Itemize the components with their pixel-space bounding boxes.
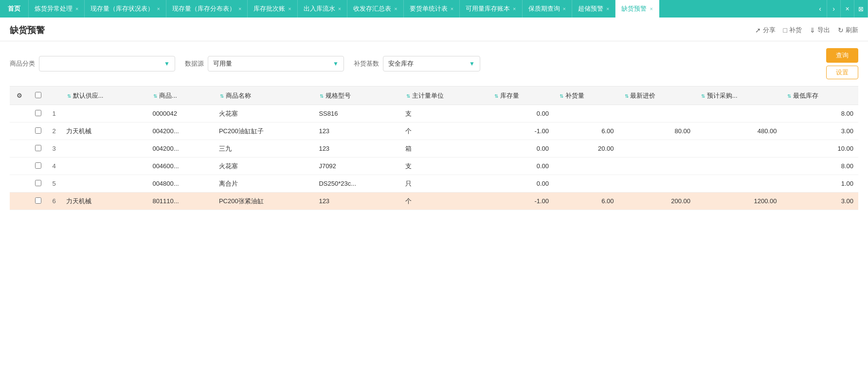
- tab-in-out-flow[interactable]: 出入库流水 ×: [298, 0, 347, 18]
- tab-next-button[interactable]: ›: [827, 0, 841, 18]
- page-title: 缺货预警: [10, 24, 45, 36]
- replenish-base-select[interactable]: 安全库存 ▼: [383, 56, 480, 71]
- share-icon: ➚: [755, 26, 761, 34]
- close-icon[interactable]: ×: [394, 6, 397, 12]
- tab-close-all-button[interactable]: ⊠: [854, 0, 868, 18]
- row-gear-cell: [10, 105, 29, 123]
- row-replenish-qty: 6.00: [554, 193, 619, 210]
- tab-expiry-query[interactable]: 保质期查询 ×: [523, 0, 572, 18]
- sort-icon[interactable]: ⇅: [560, 93, 563, 99]
- row-checkbox-cell[interactable]: [29, 193, 47, 210]
- tab-overstock-warning[interactable]: 超储预警 ×: [572, 0, 615, 18]
- gear-icon[interactable]: ⚙: [17, 92, 22, 99]
- query-button[interactable]: 查询: [826, 48, 858, 63]
- sort-icon[interactable]: ⇅: [67, 93, 71, 99]
- sort-icon[interactable]: ⇅: [320, 93, 324, 99]
- row-inventory: 0.00: [488, 105, 554, 123]
- table-row: 5 004800... 离合片 DS250*23c... 只 0.00 1.00: [10, 175, 858, 193]
- row-inventory: -1.00: [488, 193, 554, 210]
- row-checkbox[interactable]: [35, 180, 41, 186]
- row-checkbox-cell[interactable]: [29, 175, 47, 193]
- row-estimated-purchase: [695, 140, 781, 158]
- close-icon[interactable]: ×: [513, 6, 516, 12]
- row-checkbox-cell[interactable]: [29, 140, 47, 158]
- row-default-supplier: [61, 175, 147, 193]
- settings-button[interactable]: 设置: [826, 66, 858, 79]
- row-product-code: 004200...: [147, 140, 214, 158]
- row-checkbox-cell[interactable]: [29, 158, 47, 175]
- row-number: 5: [47, 175, 61, 193]
- tab-demand-stats[interactable]: 要货单统计表 ×: [404, 0, 460, 18]
- datasource-select[interactable]: 可用量 ▼: [208, 56, 344, 71]
- tab-home[interactable]: 首页: [0, 0, 29, 18]
- replenish-base-value: 安全库存: [388, 59, 414, 68]
- row-min-stock: 3.00: [781, 193, 858, 210]
- close-icon[interactable]: ×: [563, 6, 566, 12]
- column-gear[interactable]: ⚙: [10, 87, 29, 105]
- close-icon[interactable]: ×: [157, 6, 160, 12]
- share-button[interactable]: ➚ 分享: [755, 26, 776, 35]
- close-icon[interactable]: ×: [238, 6, 241, 12]
- sort-icon[interactable]: ⇅: [220, 93, 224, 99]
- close-icon[interactable]: ×: [75, 6, 78, 12]
- sort-icon[interactable]: ⇅: [153, 93, 157, 99]
- row-unit: 只: [400, 175, 488, 193]
- replenish-button[interactable]: □ 补货: [783, 26, 802, 35]
- tab-navigation: ‹ › × ⊠: [814, 0, 868, 18]
- column-inventory: ⇅ 库存量: [488, 87, 554, 105]
- tab-inventory-status[interactable]: 现存量（库存状况表） ×: [85, 0, 166, 18]
- tab-batch-account[interactable]: 库存批次账 ×: [248, 0, 297, 18]
- sort-icon[interactable]: ⇅: [701, 93, 705, 99]
- tab-receive-summary[interactable]: 收发存汇总表 ×: [347, 0, 403, 18]
- row-checkbox[interactable]: [35, 127, 41, 134]
- row-product-name: 火花塞: [214, 105, 314, 123]
- row-checkbox-cell[interactable]: [29, 105, 47, 123]
- sort-icon[interactable]: ⇅: [494, 93, 498, 99]
- replenish-icon: □: [783, 26, 787, 34]
- row-latest-price: [619, 105, 695, 123]
- tab-close-button[interactable]: ×: [841, 0, 854, 18]
- row-checkbox[interactable]: [35, 162, 41, 169]
- row-checkbox[interactable]: [35, 145, 41, 151]
- close-icon[interactable]: ×: [650, 6, 652, 12]
- tab-inventory-dist[interactable]: 现存量（库存分布表） ×: [166, 0, 248, 18]
- table-header-row: ⚙ ⇅ 默认供应... ⇅ 商品... ⇅: [10, 87, 858, 105]
- sort-icon[interactable]: ⇅: [787, 93, 791, 99]
- table-body: 1 0000042 火花塞 SS816 支 0.00 8.00 2 力天机械 0…: [10, 105, 858, 210]
- tab-prev-button[interactable]: ‹: [814, 0, 827, 18]
- close-icon[interactable]: ×: [338, 6, 341, 12]
- row-gear-cell: [10, 175, 29, 193]
- row-min-stock: 1.00: [781, 175, 858, 193]
- tab-available-ledger[interactable]: 可用量库存账本 ×: [460, 0, 522, 18]
- select-all-checkbox[interactable]: [35, 92, 41, 98]
- row-product-code: 004800...: [147, 175, 214, 193]
- row-latest-price: 200.00: [619, 193, 695, 210]
- row-checkbox[interactable]: [35, 110, 41, 116]
- close-icon[interactable]: ×: [288, 6, 291, 12]
- row-estimated-purchase: [695, 105, 781, 123]
- refresh-button[interactable]: ↻ 刷新: [838, 26, 858, 35]
- export-icon: ⇓: [810, 26, 815, 34]
- datasource-filter-group: 数据源 可用量 ▼: [185, 56, 344, 71]
- filter-row: 商品分类 ▼ 数据源 可用量 ▼ 补货基数 安全库存 ▼ 查询 设置: [0, 41, 868, 86]
- tab-shortage-warning[interactable]: 缺货预警 ×: [615, 0, 659, 18]
- row-checkbox[interactable]: [35, 197, 41, 204]
- category-filter-group: 商品分类 ▼: [10, 56, 175, 71]
- export-button[interactable]: ⇓ 导出: [810, 26, 830, 35]
- chevron-down-icon: ▼: [164, 60, 170, 67]
- row-replenish-qty: 6.00: [554, 123, 619, 140]
- row-inventory: 0.00: [488, 175, 554, 193]
- column-checkbox[interactable]: [29, 87, 47, 105]
- row-estimated-purchase: [695, 175, 781, 193]
- close-icon[interactable]: ×: [451, 6, 453, 12]
- sort-icon[interactable]: ⇅: [625, 93, 629, 99]
- tab-exception[interactable]: 炼货异常处理 ×: [29, 0, 85, 18]
- chevron-down-icon: ▼: [469, 60, 475, 67]
- datasource-label: 数据源: [185, 59, 204, 68]
- close-icon[interactable]: ×: [606, 6, 609, 12]
- sort-icon[interactable]: ⇅: [406, 93, 410, 99]
- category-select[interactable]: ▼: [39, 56, 175, 71]
- table-row: 2 力天机械 004200... PC200油缸缸子 123 个 -1.00 6…: [10, 123, 858, 140]
- row-checkbox-cell[interactable]: [29, 123, 47, 140]
- row-spec: 123: [314, 123, 400, 140]
